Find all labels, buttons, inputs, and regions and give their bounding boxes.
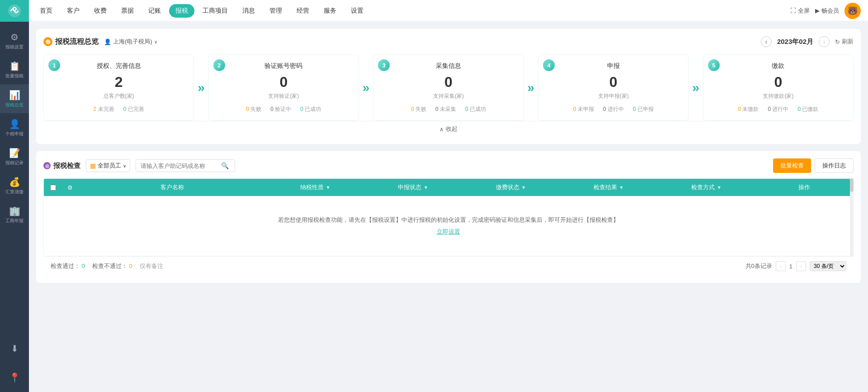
nav-item-消息[interactable]: 消息 — [236, 4, 261, 18]
nav-item-报税[interactable]: 报税 — [169, 4, 194, 18]
chevron-down-icon: ∨ — [154, 39, 157, 44]
step-number-3: 4 — [543, 59, 555, 71]
stat-item: 0 已申报 — [633, 105, 654, 113]
sidebar-item-0[interactable]: ⚙报税设置 — [0, 26, 29, 55]
th-checkbox[interactable] — [44, 179, 62, 196]
th-settings[interactable]: ⚙ — [62, 179, 78, 196]
th-check-method[interactable]: 检查方式 ▼ — [658, 179, 755, 196]
stat-value[interactable]: 0 — [435, 106, 439, 112]
stat-value[interactable]: 0 — [123, 106, 127, 112]
stat-value[interactable]: 0 — [300, 106, 303, 112]
scroll-thumb[interactable] — [850, 178, 854, 192]
member-button[interactable]: ▶ 畅会员 — [815, 7, 839, 15]
sidebar-item-location[interactable]: 📍 — [0, 363, 29, 392]
check-header: ◎ 报税检查 ▦ 全部员工 ∨ 🔍 批量检查 操作日志 — [43, 158, 854, 173]
th-tax-nature[interactable]: 纳税性质 ▼ — [267, 179, 364, 196]
settings-icon: ⚙ — [67, 184, 73, 191]
nav-item-服务[interactable]: 服务 — [317, 4, 343, 18]
prev-date-button[interactable]: ‹ — [761, 36, 772, 47]
step-stats-4: 0 未缴款 0 进行中 0 已缴款 — [711, 105, 846, 113]
sidebar-icon-1: 📋 — [9, 61, 20, 72]
nav-item-首页[interactable]: 首页 — [33, 4, 59, 18]
avatar[interactable]: 🐻 — [844, 3, 861, 19]
arrow-icon-2: » — [363, 81, 370, 95]
stat-value[interactable]: 0 — [738, 106, 741, 112]
steps-container: 1 授权、完善信息 2 总客户数(家) 2 未完善 0 已完善 » 2 验证账号… — [43, 54, 854, 121]
sidebar-icon-5: 💰 — [9, 177, 20, 187]
select-all-checkbox[interactable] — [50, 185, 56, 191]
stat-value[interactable]: 0 — [573, 106, 576, 112]
footer-right: 共0条记录 ‹ 1 › 30 条/页 50 条/页 100 条/页 — [745, 261, 846, 271]
sidebar-label-6: 工商年报 — [5, 218, 24, 224]
nav-item-记账[interactable]: 记账 — [142, 4, 167, 18]
collapse-bar[interactable]: ∧ 收起 — [43, 121, 854, 137]
prev-page-button[interactable]: ‹ — [776, 261, 786, 271]
fullscreen-button[interactable]: ⛶ 全屏 — [790, 7, 810, 15]
sidebar-item-4[interactable]: 📝报税记录 — [0, 142, 29, 171]
app-logo[interactable] — [0, 0, 29, 22]
stat-label: 进行中 — [772, 106, 788, 112]
operation-log-button[interactable]: 操作日志 — [815, 158, 854, 173]
stat-value[interactable]: 0 — [797, 106, 801, 112]
chevron-up-icon: ∧ — [439, 126, 444, 133]
stat-item: 0 已成功 — [465, 105, 486, 113]
plus-icon: ⊕ — [43, 37, 52, 46]
next-page-button[interactable]: › — [796, 261, 806, 271]
nav-item-经营[interactable]: 经营 — [290, 4, 316, 18]
batch-check-button[interactable]: 批量检查 — [773, 158, 811, 173]
th-declare-status[interactable]: 申报状态 ▼ — [364, 179, 462, 196]
right-buttons: 批量检查 操作日志 — [773, 158, 854, 173]
scrollbar-y[interactable] — [850, 178, 854, 256]
stat-value[interactable]: 0 — [411, 106, 414, 112]
nav-item-票据[interactable]: 票据 — [115, 4, 140, 18]
step-stats-3: 0 未申报 0 进行中 0 已申报 — [546, 105, 681, 113]
location-selector[interactable]: 👤 上海(电子税局) ∨ — [104, 38, 157, 46]
stat-label: 已缴款 — [802, 106, 818, 112]
search-input[interactable] — [136, 160, 217, 172]
stat-item: 0 未申报 — [573, 105, 594, 113]
stat-value[interactable]: 0 — [465, 106, 468, 112]
sidebar-label-1: 批量报税 — [5, 73, 24, 79]
staff-selector[interactable]: ▦ 全部员工 ∨ — [86, 159, 130, 172]
th-check-result[interactable]: 检查结果 ▼ — [560, 179, 657, 196]
search-button[interactable]: 🔍 — [217, 160, 232, 172]
nav-item-工商项目[interactable]: 工商项目 — [196, 4, 234, 18]
empty-message: 若您想使用报税检查功能，请先在【报税设置】中进行报税的初始化设置，完成密码验证和… — [278, 214, 619, 226]
stat-value[interactable]: 2 — [94, 106, 97, 112]
sidebar-item-6[interactable]: 🏢工商年报 — [0, 200, 29, 229]
next-date-button[interactable]: › — [819, 36, 830, 47]
stat-value[interactable]: 0 — [768, 106, 771, 112]
th-pay-status[interactable]: 缴费状态 ▼ — [462, 179, 560, 196]
sidebar-item-1[interactable]: 📋批量报税 — [0, 55, 29, 84]
setup-link[interactable]: 立即设置 — [437, 228, 460, 235]
stat-value[interactable]: 0 — [246, 106, 249, 112]
step-number-0: 1 — [48, 59, 60, 71]
nav-item-管理[interactable]: 管理 — [263, 4, 288, 18]
sidebar-item-5[interactable]: 💰汇算清缴 — [0, 171, 29, 200]
footer-left: 检查通过： 0 检查不通过： 0 仅有备注 — [51, 262, 163, 270]
stat-item: 0 未采集 — [435, 105, 456, 113]
stat-value[interactable]: 0 — [633, 106, 636, 112]
step-title-0: 授权、完善信息 — [51, 62, 186, 70]
sidebar-icon-4: 📝 — [9, 148, 20, 158]
pass-count-link[interactable]: 0 — [82, 263, 85, 269]
process-header: ⊕ 报税流程总览 👤 上海(电子税局) ∨ ‹ 2023年02月 › ↻ 刷新 — [43, 36, 854, 47]
per-page-select[interactable]: 30 条/页 50 条/页 100 条/页 — [810, 261, 846, 271]
sidebar-item-2[interactable]: 📊报税总览 — [0, 84, 29, 113]
refresh-button[interactable]: ↻ 刷新 — [835, 38, 854, 46]
sidebar-item-download[interactable]: ⬇ — [0, 334, 29, 363]
nav-item-客户[interactable]: 客户 — [61, 4, 86, 18]
step-count-1: 0 — [216, 74, 351, 91]
sidebar-icon-2: 📊 — [9, 90, 20, 100]
nav-item-收费[interactable]: 收费 — [88, 4, 113, 18]
step-card-0: 1 授权、完善信息 2 总客户数(家) 2 未完善 0 已完善 — [43, 54, 194, 121]
nav-items: 首页客户收费票据记账报税工商项目消息管理经营服务设置 — [29, 4, 790, 18]
sidebar-item-3[interactable]: 👤个税申报 — [0, 113, 29, 142]
download-icon: ⬇ — [11, 343, 19, 354]
date-nav: ‹ 2023年02月 › — [761, 36, 830, 47]
stat-value[interactable]: 0 — [603, 106, 606, 112]
nav-item-设置[interactable]: 设置 — [344, 4, 370, 18]
fail-count-link[interactable]: 0 — [129, 263, 132, 269]
step-desc-4: 支持缴款(家) — [711, 92, 846, 100]
stat-value[interactable]: 0 — [270, 106, 274, 112]
